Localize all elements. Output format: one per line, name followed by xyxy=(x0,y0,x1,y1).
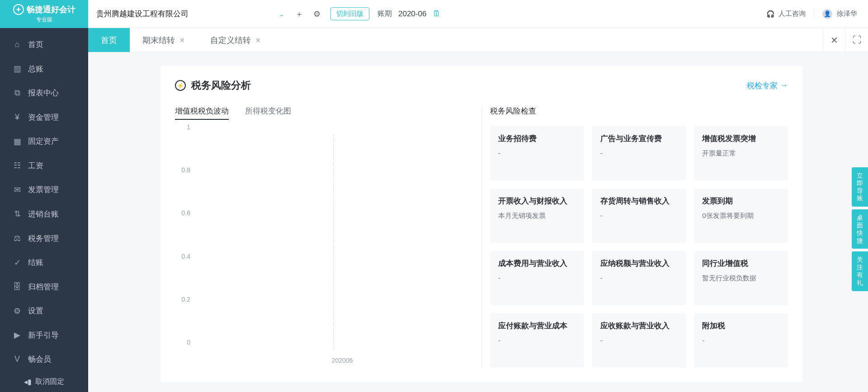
card-title: 应收账款与营业收入 xyxy=(600,321,678,331)
period-label: 账期 xyxy=(377,9,392,19)
support-link[interactable]: 🎧 人工咨询 xyxy=(766,9,806,18)
card-desc: 暂无行业税负数据 xyxy=(702,274,780,283)
gear-icon[interactable]: ⚙ xyxy=(313,9,321,19)
sidebar-icon: ✉ xyxy=(13,185,22,195)
sidebar-item-6[interactable]: ✉发票管理 xyxy=(0,178,88,202)
sidebar-icon: ⚙ xyxy=(13,306,22,316)
risk-card-2[interactable]: 增值税发票突增开票量正常 xyxy=(694,126,788,180)
vertical-divider xyxy=(481,106,482,368)
risk-card-8[interactable]: 同行业增值税暂无行业税负数据 xyxy=(694,251,788,305)
sidebar-item-0[interactable]: ⌂首页 xyxy=(0,33,88,57)
card-desc: - xyxy=(600,212,678,219)
sidebar-item-label: 畅会员 xyxy=(28,354,51,364)
sidebar-item-13[interactable]: V畅会员 xyxy=(0,347,88,372)
y-tick: 0.2 xyxy=(182,296,190,303)
user-name: 徐泽华 xyxy=(837,9,857,18)
close-all-icon[interactable]: ✕ xyxy=(823,28,845,52)
tab-0[interactable]: 首页 xyxy=(88,28,130,52)
company-dropdown[interactable]: 贵州腾越建设工程有限公司 ⌄ xyxy=(96,9,284,19)
chevron-down-icon: ⌄ xyxy=(279,10,284,18)
sidebar-item-1[interactable]: ▥总账 xyxy=(0,57,88,81)
support-label: 人工咨询 xyxy=(778,9,806,18)
y-tick: 0.4 xyxy=(182,253,190,260)
risk-card-10[interactable]: 应收账款与营业收入- xyxy=(592,313,686,368)
card-desc: 0张发票将要到期 xyxy=(702,212,780,220)
sidebar-item-label: 设置 xyxy=(28,306,43,316)
card-title: 发票到期 xyxy=(702,196,780,206)
close-icon[interactable]: ✕ xyxy=(255,37,261,44)
sidebar-item-5[interactable]: ☷工资 xyxy=(0,154,88,178)
card-desc: - xyxy=(702,336,780,344)
fullscreen-icon[interactable]: ⛶ xyxy=(845,28,868,52)
sidebar-icon: ▥ xyxy=(13,64,22,74)
risk-cards: 业务招待费-广告与业务宣传费-增值税发票突增开票量正常开票收入与财报收入本月无销… xyxy=(490,126,788,368)
sidebar-item-10[interactable]: 🗄归档管理 xyxy=(0,274,88,299)
period-value[interactable]: 2020-06 xyxy=(398,9,426,19)
sidebar-item-7[interactable]: ⇅进销台账 xyxy=(0,202,88,227)
sidebar-item-4[interactable]: ▦固定资产 xyxy=(0,129,88,154)
tab-2[interactable]: 自定义结转✕ xyxy=(198,28,274,52)
risk-card-7[interactable]: 应纳税额与营业收入- xyxy=(592,251,686,305)
sidebar-item-3[interactable]: ¥资金管理 xyxy=(0,105,88,130)
sidebar-item-label: 固定资产 xyxy=(28,136,59,146)
tabbar: 首页期末结转✕自定义结转✕✕⛶ xyxy=(88,28,868,52)
card-title: 存货周转与销售收入 xyxy=(600,196,678,206)
card-title: 附加税 xyxy=(702,321,780,331)
sidebar-icon: V xyxy=(13,354,22,364)
tab-1[interactable]: 期末结转✕ xyxy=(130,28,198,52)
top-icon-group: ＋ ⚙ 切到旧版 xyxy=(295,7,369,20)
sidebar-item-11[interactable]: ⚙设置 xyxy=(0,299,88,323)
panel-head: ⚡ 税务风险分析 税检专家 → xyxy=(175,79,788,92)
pin-label: 取消固定 xyxy=(35,377,64,387)
panel-title-text: 税务风险分析 xyxy=(191,79,251,92)
risk-card-9[interactable]: 应付账款与营业成本- xyxy=(490,313,584,368)
card-desc: - xyxy=(600,336,678,344)
y-tick: 0 xyxy=(187,339,190,346)
sidebar-item-label: 发票管理 xyxy=(28,184,59,195)
risk-card-1[interactable]: 广告与业务宣传费- xyxy=(592,126,686,180)
card-title: 应付账款与营业成本 xyxy=(498,321,576,331)
risk-card-11[interactable]: 附加税- xyxy=(694,313,788,368)
logo-edition: 专业版 xyxy=(36,16,52,24)
y-tick: 1 xyxy=(187,123,190,131)
scroll-area[interactable]: ⚡ 税务风险分析 税检专家 → 增值税税负波动所得税变化图 00.20.40.6… xyxy=(88,52,868,392)
risk-card-4[interactable]: 存货周转与销售收入- xyxy=(592,189,686,243)
user-menu[interactable]: 👤 徐泽华 xyxy=(822,9,857,19)
risk-card-6[interactable]: 成本费用与营业收入- xyxy=(490,251,584,305)
y-tick: 0.8 xyxy=(182,166,190,174)
risk-card-3[interactable]: 开票收入与财报收入本月无销项发票 xyxy=(490,189,584,243)
sidebar-item-9[interactable]: ✓结账 xyxy=(0,250,88,275)
risk-card-0[interactable]: 业务招待费- xyxy=(490,126,584,180)
pin-toggle[interactable]: ◂▮取消固定 xyxy=(0,371,88,392)
panel-body: 增值税税负波动所得税变化图 00.20.40.60.81202006 税务风险检… xyxy=(175,106,788,368)
divider xyxy=(814,9,814,19)
rail-button-0[interactable]: 立即导账 xyxy=(852,167,868,207)
sidebar-icon: ⌂ xyxy=(13,40,22,49)
sidebar-item-label: 新手引导 xyxy=(28,330,59,340)
sidebar-item-label: 结账 xyxy=(28,257,43,268)
add-icon[interactable]: ＋ xyxy=(295,9,303,19)
chart-side: 增值税税负波动所得税变化图 00.20.40.60.81202006 xyxy=(175,106,473,368)
close-icon[interactable]: ✕ xyxy=(179,37,185,44)
company-name: 贵州腾越建设工程有限公司 xyxy=(96,9,189,19)
chart-tab-1[interactable]: 所得税变化图 xyxy=(245,106,291,120)
sidebar-item-2[interactable]: ⧉报表中心 xyxy=(0,81,88,105)
gridline xyxy=(333,134,334,349)
card-title: 开票收入与财报收入 xyxy=(498,196,576,206)
risk-grid-title: 税务风险检查 xyxy=(490,106,788,116)
arrow-right-icon: → xyxy=(780,81,788,90)
calendar-icon[interactable]: 🗓 xyxy=(433,9,441,19)
card-desc: 本月无销项发票 xyxy=(498,212,576,220)
risk-card-5[interactable]: 发票到期0张发票将要到期 xyxy=(694,189,788,243)
sidebar-item-12[interactable]: ▶新手引导 xyxy=(0,323,88,347)
tax-expert-link[interactable]: 税检专家 → xyxy=(747,80,788,91)
sidebar-item-8[interactable]: ⚖税务管理 xyxy=(0,226,88,250)
headset-icon: 🎧 xyxy=(766,10,775,18)
rail-button-2[interactable]: 关注有礼 xyxy=(852,251,868,291)
sidebar-icon: ✓ xyxy=(13,258,22,268)
rail-button-1[interactable]: 桌面快捷 xyxy=(852,209,868,249)
sidebar-icon: ▶ xyxy=(13,330,22,340)
chart-tab-0[interactable]: 增值税税负波动 xyxy=(175,106,229,120)
card-desc: - xyxy=(600,274,678,282)
switch-old-button[interactable]: 切到旧版 xyxy=(330,7,369,20)
